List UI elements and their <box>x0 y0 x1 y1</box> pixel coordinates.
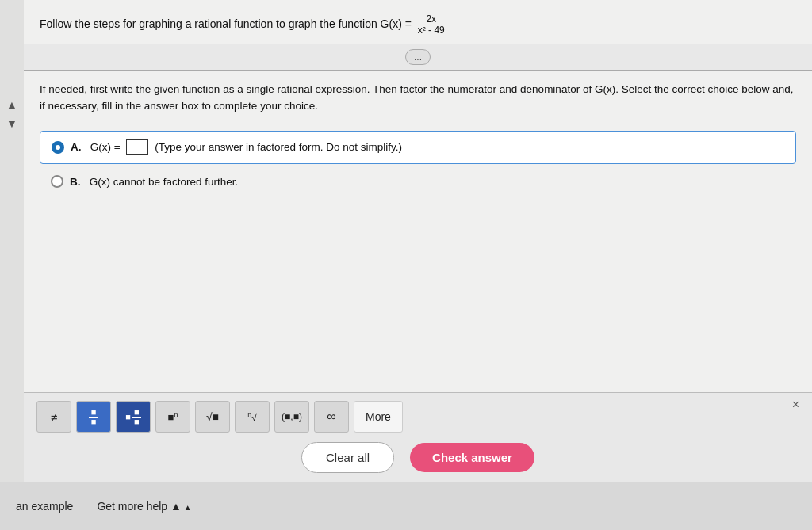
sqrt-button[interactable]: √■ <box>195 401 230 433</box>
an-example-text: an example <box>16 500 73 513</box>
radio-option-b[interactable] <box>51 175 63 188</box>
screen: ▲ ▼ Follow the steps for graphing a rati… <box>0 0 812 530</box>
formula-numerator: 2x <box>424 14 438 25</box>
option-a-box[interactable]: A. G(x) = (Type your answer in factored … <box>40 131 796 164</box>
sidebar-arrow-down[interactable]: ▼ <box>6 117 17 130</box>
toolbar-symbols: ≠ ■ ■ ■ ■ ■ ■n √■ <box>24 393 812 436</box>
check-answer-button[interactable]: Check answer <box>410 443 534 472</box>
formula-fraction: 2x x² - 49 <box>416 14 446 36</box>
left-sidebar: ▲ ▼ <box>0 0 24 482</box>
question-header: Follow the steps for graphing a rational… <box>24 0 812 44</box>
answer-input-box[interactable] <box>126 139 148 155</box>
question-text: Follow the steps for graphing a rational… <box>40 17 412 30</box>
toolbar-actions: Clear all Check answer <box>24 436 812 482</box>
mixed-fraction-button[interactable]: ■ ■ ■ <box>116 401 151 433</box>
more-button[interactable]: More <box>354 401 403 433</box>
sidebar-arrow-up[interactable]: ▲ <box>6 98 17 111</box>
infinity-button[interactable]: ∞ <box>314 401 349 433</box>
divider-row: ... <box>24 44 812 71</box>
close-icon[interactable]: × <box>792 398 799 412</box>
fraction-button[interactable]: ■ ■ <box>76 401 111 433</box>
interval-button[interactable]: (■,■) <box>274 401 309 433</box>
instructions-text: If needed, first write the given functio… <box>40 83 794 112</box>
option-b-label: B. G(x) cannot be factored further. <box>70 176 238 188</box>
option-a-label: A. G(x) = (Type your answer in factored … <box>71 139 402 155</box>
nth-root-button[interactable]: n√ <box>235 401 270 433</box>
instructions: If needed, first write the given functio… <box>24 71 812 123</box>
answer-options: A. G(x) = (Type your answer in factored … <box>24 123 812 199</box>
math-toolbar-area: × ≠ ■ ■ ■ ■ ■ ■n <box>24 392 812 482</box>
clear-all-button[interactable]: Clear all <box>301 442 394 473</box>
superscript-button[interactable]: ■n <box>155 401 190 433</box>
radio-option-a[interactable] <box>52 141 64 154</box>
option-b-row[interactable]: B. G(x) cannot be factored further. <box>40 172 796 191</box>
bottom-bar: an example Get more help ▲ <box>0 482 812 530</box>
dots-button[interactable]: ... <box>405 49 431 65</box>
not-equal-button[interactable]: ≠ <box>36 401 71 433</box>
get-more-help-button[interactable]: Get more help ▲ <box>97 500 191 513</box>
formula-denominator: x² - 49 <box>416 25 446 36</box>
